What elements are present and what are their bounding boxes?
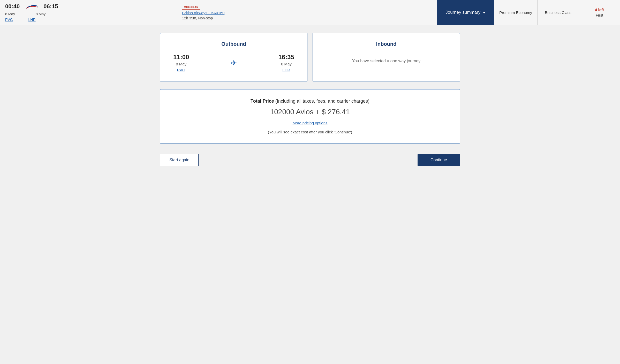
chevron-down-icon: ▾ [483, 10, 485, 15]
arrival-date-header: 8 May [36, 12, 46, 16]
outbound-arrival-airport[interactable]: LHR [278, 68, 294, 72]
inbound-message: You have selected a one way journey [321, 54, 452, 69]
journey-summary-bar[interactable]: Journey summary ▾ [437, 0, 494, 25]
premium-economy-label: Premium Economy [499, 10, 532, 15]
outbound-times: 11:00 8 May PVG ✈ 16:35 8 May LHR [168, 54, 299, 72]
premium-economy-option[interactable]: Premium Economy [494, 0, 537, 25]
outbound-arrival-time: 16:35 [278, 54, 294, 61]
flight-duration: 12h 35m, Non-stop [182, 16, 432, 20]
departure-time: 00:40 [5, 3, 20, 10]
first-class-label: First [596, 13, 603, 17]
limited-seats-label: 4 left [595, 7, 604, 12]
main-content: Outbound 11:00 8 May PVG ✈ 16:35 8 May L… [155, 25, 465, 177]
total-price-label: Total Price [251, 98, 274, 104]
outbound-departure-group: 11:00 8 May PVG [173, 54, 189, 72]
outbound-arrival-date: 8 May [278, 62, 294, 66]
header-arrival-airport[interactable]: LHR [28, 18, 36, 22]
airline-link[interactable]: British Airways - BA0160 [182, 11, 432, 15]
continue-button[interactable]: Continue [418, 154, 460, 166]
bottom-actions: Start again Continue [160, 154, 460, 166]
arrival-time: 06:15 [43, 3, 58, 10]
more-pricing-link[interactable]: More pricing options [168, 121, 452, 125]
outbound-arrival-group: 16:35 8 May LHR [278, 54, 294, 72]
journey-summary-label: Journey summary [445, 10, 480, 15]
outbound-title: Outbound [168, 41, 299, 47]
inbound-title: Inbound [321, 41, 452, 47]
ba-logo-icon [24, 4, 39, 9]
departure-block: 00:40 06:15 8 May 8 May PVG LHR [0, 0, 177, 25]
price-suffix: (Including all taxes, fees, and carrier … [275, 98, 369, 104]
price-box: Total Price (Including all taxes, fees, … [160, 89, 460, 143]
outbound-departure-airport[interactable]: PVG [173, 68, 189, 72]
plane-icon: ✈ [231, 59, 237, 67]
price-title: Total Price (Including all taxes, fees, … [168, 98, 452, 104]
off-peak-badge: OFF-PEAK [182, 5, 200, 10]
first-class-option[interactable]: 4 left First [579, 0, 620, 25]
start-again-button[interactable]: Start again [160, 154, 199, 166]
outbound-box: Outbound 11:00 8 May PVG ✈ 16:35 8 May L… [160, 33, 307, 81]
outbound-departure-date: 8 May [173, 62, 189, 66]
departure-date-header: 8 May [5, 12, 15, 16]
inbound-box: Inbound You have selected a one way jour… [313, 33, 460, 81]
business-class-label: Business Class [545, 10, 571, 15]
flight-details-block: OFF-PEAK British Airways - BA0160 12h 35… [177, 0, 437, 25]
journey-boxes: Outbound 11:00 8 May PVG ✈ 16:35 8 May L… [160, 33, 460, 81]
outbound-departure-time: 11:00 [173, 54, 189, 61]
business-class-option[interactable]: Business Class [537, 0, 579, 25]
price-amount: 102000 Avios + $ 276.41 [168, 108, 452, 116]
header-departure-airport[interactable]: PVG [5, 18, 13, 22]
price-note: (You will see exact cost after you click… [168, 130, 452, 134]
